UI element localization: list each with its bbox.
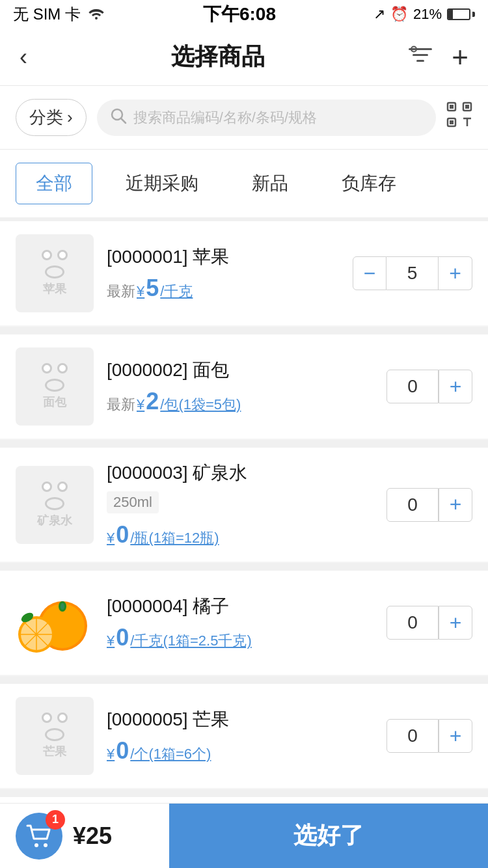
quantity-control: − + [353,256,472,290]
filter-icon[interactable] [409,44,432,71]
product-price: ¥ 0 /千克(1箱=2.5千克) [107,624,373,651]
placeholder-logo: 矿泉水 [29,479,81,531]
category-label: 分类 [29,106,63,129]
cart-total: ¥25 [73,822,112,850]
product-info: [0000003] 矿泉水 250ml ¥ 0 /瓶(1箱=12瓶) [107,461,373,549]
list-item: 芒果 [0000005] 芒果 ¥ 0 /个(1箱=6个) + [0,684,488,788]
nav-bar: ‹ 选择商品 + [0,29,488,86]
placeholder-logo: 芒果 [29,710,81,762]
nav-actions: + [409,41,468,74]
product-name: [0000001] 苹果 [107,245,340,269]
product-image: 面包 [16,347,94,426]
alarm-icon: ⏰ [390,6,408,23]
battery-icon [447,8,475,20]
status-right: ↗ ⏰ 21% [373,6,475,23]
product-info: [0000004] 橘子 ¥ 0 /千克(1箱=2.5千克) [107,594,373,651]
product-image [16,584,94,662]
product-name: [0000002] 面包 [107,358,373,383]
status-time: 下午6:08 [203,2,276,27]
filter-row: 分类 › 搜索商品编码/名称/条码/规格 [0,86,488,150]
svg-rect-11 [450,120,454,124]
cart-section: 1 ¥25 [0,813,169,860]
increase-button[interactable]: + [439,370,472,403]
product-list: 苹果 [0000001] 苹果 最新 ¥ 5 /千克 − + [0,221,488,868]
quantity-control: + [386,370,472,403]
increase-button[interactable]: + [439,488,472,522]
product-image: 苹果 [16,234,94,312]
quantity-input[interactable] [386,719,439,753]
category-button[interactable]: 分类 › [16,99,87,136]
cart-badge: 1 [46,810,65,830]
product-price: ¥ 0 /个(1箱=6个) [107,737,373,765]
wifi-icon [87,5,105,23]
svg-rect-2 [416,60,424,62]
placeholder-logo: 面包 [29,360,81,413]
increase-button[interactable]: + [439,719,472,753]
product-price: 最新 ¥ 5 /千克 [107,275,340,302]
quantity-input[interactable] [386,256,439,290]
quantity-control: + [386,606,472,640]
svg-rect-10 [465,105,469,109]
decrease-button[interactable]: − [353,256,386,290]
product-info: [0000001] 苹果 最新 ¥ 5 /千克 [107,245,340,302]
list-item: 苹果 [0000001] 苹果 最新 ¥ 5 /千克 − + [0,221,488,325]
svg-point-18 [61,603,64,610]
cart-button[interactable]: 1 [16,813,62,860]
search-box[interactable]: 搜索商品编码/名称/条码/规格 [97,100,436,136]
quantity-control: + [386,719,472,753]
tab-bar: 全部 近期采购 新品 负库存 [0,150,488,221]
quantity-control: + [386,488,472,522]
product-image: 矿泉水 [16,466,94,544]
quantity-input[interactable] [386,370,439,403]
scan-icon[interactable] [446,102,472,133]
list-item: 面包 [0000002] 面包 最新 ¥ 2 /包(1袋=5包) + [0,334,488,439]
tab-negative[interactable]: 负库存 [321,163,416,204]
search-placeholder: 搜索商品编码/名称/条码/规格 [133,108,317,128]
placeholder-logo: 苹果 [29,247,81,299]
quantity-input[interactable] [386,488,439,522]
search-icon [110,107,127,128]
tab-new[interactable]: 新品 [232,163,308,204]
list-item: [0000004] 橘子 ¥ 0 /千克(1箱=2.5千克) + [0,571,488,675]
product-name: [0000004] 橘子 [107,594,373,619]
category-arrow: › [67,107,73,128]
svg-line-5 [121,118,126,123]
page-title: 选择商品 [171,41,265,73]
svg-rect-0 [409,48,432,50]
product-price: ¥ 0 /瓶(1箱=12瓶) [107,521,373,549]
product-price: 最新 ¥ 2 /包(1袋=5包) [107,388,373,415]
status-left: 无 SIM 卡 [13,4,105,25]
sim-status: 无 SIM 卡 [13,4,81,25]
increase-button[interactable]: + [439,606,472,640]
add-icon[interactable]: + [452,41,468,74]
svg-rect-1 [413,54,428,56]
product-info: [0000002] 面包 最新 ¥ 2 /包(1袋=5包) [107,358,373,415]
bottom-bar: 1 ¥25 选好了 [0,803,488,868]
product-name: [0000005] 芒果 [107,707,373,732]
svg-point-26 [34,843,38,847]
product-spec: 250ml [107,491,159,513]
tab-recent[interactable]: 近期采购 [105,163,219,204]
tab-all[interactable]: 全部 [16,163,92,204]
product-info: [0000005] 芒果 ¥ 0 /个(1箱=6个) [107,707,373,765]
increase-button[interactable]: + [439,256,472,290]
status-bar: 无 SIM 卡 下午6:08 ↗ ⏰ 21% [0,0,488,29]
back-button[interactable]: ‹ [20,44,27,71]
svg-rect-9 [450,105,454,109]
product-name: [0000003] 矿泉水 [107,461,373,485]
quantity-input[interactable] [386,606,439,640]
confirm-button[interactable]: 选好了 [169,804,488,869]
product-image: 芒果 [16,697,94,775]
location-icon: ↗ [373,6,385,23]
svg-point-27 [44,843,47,847]
list-item: 矿泉水 [0000003] 矿泉水 250ml ¥ 0 /瓶(1箱=12瓶) + [0,448,488,562]
battery-percent: 21% [413,6,442,23]
